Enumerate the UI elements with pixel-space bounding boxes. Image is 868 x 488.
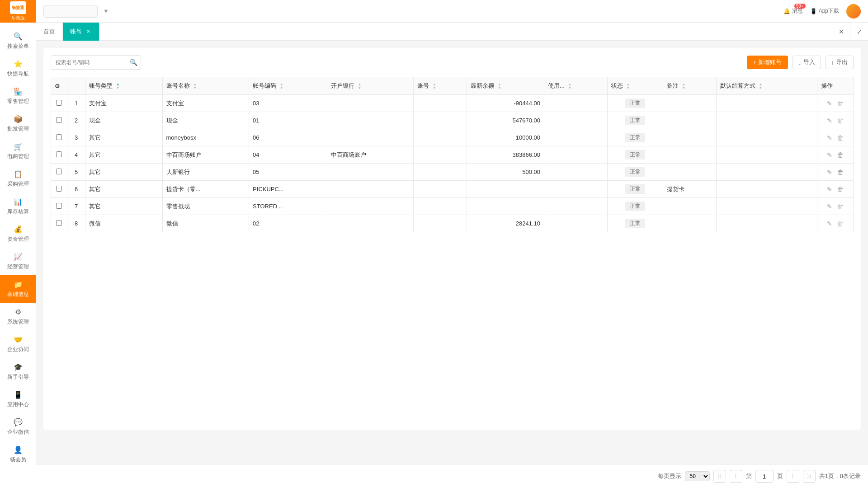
row-checkbox[interactable] bbox=[56, 117, 62, 123]
row-actions: ✎ 🗑 bbox=[817, 95, 854, 112]
row-actions: ✎ 🗑 bbox=[817, 215, 854, 232]
delete-button[interactable]: 🗑 bbox=[835, 116, 845, 125]
sidebar-item-system-mgmt[interactable]: ⚙ 系统管理 bbox=[0, 303, 36, 330]
tab-home[interactable]: 首页 bbox=[36, 23, 63, 41]
edit-button[interactable]: ✎ bbox=[825, 116, 834, 125]
sidebar-item-wholesale-mgmt[interactable]: 📦 批发管理 bbox=[0, 110, 36, 137]
row-status: 正常 bbox=[607, 112, 663, 129]
sidebar: 畅捷通 乐惠版 🔍 搜索菜单 ⭐ 快捷导航 🏪 零售管理 📦 批发管理 🛒 电商… bbox=[0, 0, 36, 488]
row-checkbox-cell[interactable] bbox=[51, 198, 67, 215]
edit-button[interactable]: ✎ bbox=[825, 150, 834, 160]
row-status: 正常 bbox=[607, 129, 663, 146]
tab-maximize[interactable]: ⤢ bbox=[850, 23, 868, 41]
col-code[interactable]: 账号编码 ▲▼ bbox=[249, 77, 327, 95]
edit-button[interactable]: ✎ bbox=[825, 99, 834, 108]
col-bank[interactable]: 开户银行 ▲▼ bbox=[327, 77, 414, 95]
sidebar-item-enterprise-wechat[interactable]: 💬 企业微信 bbox=[0, 413, 36, 441]
row-name: 提货卡（零... bbox=[162, 181, 249, 198]
row-checkbox[interactable] bbox=[56, 100, 62, 106]
delete-button[interactable]: 🗑 bbox=[835, 168, 845, 177]
sidebar-item-ecommerce-mgmt[interactable]: 🛒 电商管理 bbox=[0, 137, 36, 165]
page-size-select[interactable]: 50 100 bbox=[685, 471, 710, 481]
sidebar-item-base-info[interactable]: 📁 基础信息 bbox=[0, 275, 36, 303]
delete-button[interactable]: 🗑 bbox=[835, 202, 845, 211]
tab-account[interactable]: 账号 ✕ bbox=[63, 23, 99, 41]
delete-button[interactable]: 🗑 bbox=[835, 150, 845, 160]
delete-button[interactable]: 🗑 bbox=[835, 185, 845, 194]
edit-button[interactable]: ✎ bbox=[825, 185, 834, 194]
tab-close-all[interactable]: ✕ bbox=[832, 23, 850, 41]
app-download-button[interactable]: 📱 App下载 bbox=[810, 7, 839, 15]
row-checkbox[interactable] bbox=[56, 220, 62, 226]
col-status[interactable]: 状态 ▲▼ bbox=[607, 77, 663, 95]
add-account-button[interactable]: + 新增账号 bbox=[747, 56, 788, 69]
settings-icon[interactable]: ⚙ bbox=[55, 83, 60, 89]
row-checkbox[interactable] bbox=[56, 134, 62, 140]
col-balance[interactable]: 最新余额 ▲▼ bbox=[467, 77, 544, 95]
col-default-payment[interactable]: 默认结算方式 ▲▼ bbox=[716, 77, 817, 95]
row-actions: ✎ 🗑 bbox=[817, 164, 854, 181]
edit-button[interactable]: ✎ bbox=[825, 133, 834, 142]
row-status: 正常 bbox=[607, 215, 663, 232]
sidebar-item-label: 批发管理 bbox=[7, 125, 29, 133]
row-checkbox-cell[interactable] bbox=[51, 95, 67, 112]
col-account[interactable]: 账号 ▲▼ bbox=[414, 77, 467, 95]
app-download-label: App下载 bbox=[819, 7, 839, 15]
col-type[interactable]: 账号类型 ▲▼ bbox=[85, 77, 163, 95]
row-checkbox-cell[interactable] bbox=[51, 112, 67, 129]
delete-button[interactable]: 🗑 bbox=[835, 99, 845, 108]
row-usage bbox=[544, 112, 607, 129]
dropdown-arrow-icon[interactable]: ▼ bbox=[103, 8, 109, 14]
sidebar-item-finance-mgmt[interactable]: 💰 资金管理 bbox=[0, 220, 36, 248]
sidebar-item-search-menu[interactable]: 🔍 搜索菜单 bbox=[0, 27, 36, 55]
sidebar-item-purchase-mgmt[interactable]: 📋 采购管理 bbox=[0, 165, 36, 192]
sidebar-item-inventory-calc[interactable]: 📊 库存核算 bbox=[0, 192, 36, 220]
messages-button[interactable]: 🔔 消息 99+ bbox=[783, 7, 803, 15]
sidebar-item-retail-mgmt[interactable]: 🏪 零售管理 bbox=[0, 82, 36, 110]
row-checkbox[interactable] bbox=[56, 169, 62, 174]
row-usage bbox=[544, 129, 607, 146]
sidebar-item-quick-nav[interactable]: ⭐ 快捷导航 bbox=[0, 55, 36, 82]
row-checkbox-cell[interactable] bbox=[51, 215, 67, 232]
delete-button[interactable]: 🗑 bbox=[835, 219, 845, 228]
edit-button[interactable]: ✎ bbox=[825, 168, 834, 177]
tab-account-close[interactable]: ✕ bbox=[85, 28, 92, 35]
row-checkbox[interactable] bbox=[56, 203, 62, 209]
row-checkbox-cell[interactable] bbox=[51, 146, 67, 164]
row-checkbox[interactable] bbox=[56, 186, 62, 192]
delete-button[interactable]: 🗑 bbox=[835, 133, 845, 142]
row-account bbox=[414, 215, 467, 232]
sidebar-item-member[interactable]: 👤 畅会员 bbox=[0, 441, 36, 468]
page-next-btn[interactable]: ⟩ bbox=[787, 470, 799, 483]
avatar[interactable] bbox=[846, 4, 861, 19]
sidebar-item-ops-mgmt[interactable]: 📈 经营管理 bbox=[0, 248, 36, 275]
col-name[interactable]: 账号名称 ▲▼ bbox=[162, 77, 249, 95]
top-search-input[interactable] bbox=[43, 5, 98, 18]
import-button[interactable]: ↓ 导入 bbox=[793, 56, 821, 69]
row-checkbox-cell[interactable] bbox=[51, 164, 67, 181]
page-first-btn[interactable]: ⟨⟨ bbox=[713, 470, 726, 483]
sidebar-item-app-center[interactable]: 📱 应用中心 bbox=[0, 385, 36, 413]
search-input[interactable] bbox=[51, 55, 141, 70]
export-button[interactable]: ↑ 导出 bbox=[826, 56, 854, 69]
enterprise-agreement-icon: 🤝 bbox=[14, 335, 23, 344]
page-input[interactable] bbox=[755, 470, 774, 483]
col-usage[interactable]: 使用... ▲▼ bbox=[544, 77, 607, 95]
col-remark[interactable]: 备注 ▲▼ bbox=[663, 77, 716, 95]
sidebar-item-enterprise-agreement[interactable]: 🤝 企业协同 bbox=[0, 330, 36, 358]
sidebar-item-new-guide[interactable]: 🎓 新手引导 bbox=[0, 358, 36, 385]
page-last-btn[interactable]: ⟩⟩ bbox=[803, 470, 816, 483]
edit-button[interactable]: ✎ bbox=[825, 219, 834, 228]
edit-button[interactable]: ✎ bbox=[825, 202, 834, 211]
row-remark bbox=[663, 129, 716, 146]
row-usage bbox=[544, 95, 607, 112]
row-checkbox-cell[interactable] bbox=[51, 181, 67, 198]
row-code: PICKUPC... bbox=[249, 181, 327, 198]
page-prev-btn[interactable]: ⟨ bbox=[730, 470, 742, 483]
row-checkbox[interactable] bbox=[56, 151, 62, 157]
search-icon[interactable]: 🔍 bbox=[130, 59, 137, 66]
col-settings[interactable]: ⚙ bbox=[51, 77, 67, 95]
row-balance bbox=[467, 198, 544, 215]
row-bank bbox=[327, 181, 414, 198]
row-checkbox-cell[interactable] bbox=[51, 129, 67, 146]
